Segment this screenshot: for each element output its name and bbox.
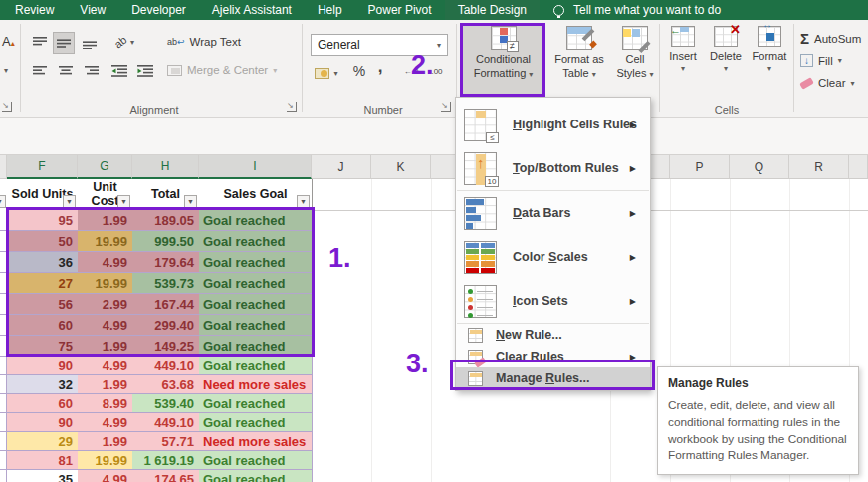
table-cell[interactable]: 60: [7, 394, 79, 413]
column-header-H[interactable]: H: [132, 155, 199, 179]
group-separator: [659, 24, 660, 112]
align-left-button[interactable]: [30, 62, 50, 80]
table-cell[interactable]: 1.99: [78, 375, 133, 394]
table-cell[interactable]: 449.10: [132, 357, 200, 375]
format-as-table-button[interactable]: Format as Table ▾: [547, 24, 611, 95]
align-center-button[interactable]: [56, 62, 76, 80]
table-cell[interactable]: 19.99: [78, 451, 133, 470]
tab-view[interactable]: View: [67, 0, 118, 20]
decrease-indent-button[interactable]: [109, 62, 129, 80]
align-right-button[interactable]: [82, 62, 102, 80]
tab-power-pivot[interactable]: Power Pivot: [355, 0, 445, 20]
table-cell[interactable]: 29: [7, 432, 79, 451]
table-cell[interactable]: 8.99: [78, 394, 133, 413]
table-cell[interactable]: 1 619.19: [132, 451, 200, 470]
excel-window: ReviewViewDeveloperAjelix AssistantHelpP…: [0, 0, 868, 482]
format-cells-button[interactable]: ↔ Format ▾: [749, 26, 790, 96]
menu-item-new-rule[interactable]: New Rule...: [456, 324, 650, 346]
tab-ajelix-assistant[interactable]: Ajelix Assistant: [199, 0, 305, 20]
insert-cells-button[interactable]: ← Insert ▾: [663, 26, 703, 96]
menu-item-color-scales[interactable]: Color Scales▶: [456, 235, 650, 279]
clear-button[interactable]: Clear ▾: [800, 77, 855, 89]
font-size-fragment-icon[interactable]: A▴: [2, 34, 15, 49]
menu-item-highlight-cells-rules[interactable]: ≤Highlight Cells Rules▶: [456, 103, 650, 146]
alignment-dialog-launcher-icon[interactable]: ↘: [287, 102, 297, 112]
column-header-J[interactable]: J: [312, 155, 371, 179]
column-header-F[interactable]: F: [7, 155, 78, 179]
merge-center-label: Merge & Center: [187, 64, 268, 76]
merge-center-button[interactable]: Merge & Center ▾: [167, 64, 277, 76]
table-cell[interactable]: 1.99: [78, 432, 133, 451]
group-separator: [793, 24, 794, 112]
percent-style-button[interactable]: %: [350, 62, 368, 80]
menu-item-icon-sets[interactable]: Icon Sets▶: [456, 279, 650, 323]
table-cell[interactable]: Need more sales: [199, 432, 313, 451]
table-cell[interactable]: 4.99: [78, 413, 133, 432]
table-cell[interactable]: 35: [7, 470, 79, 482]
column-header-K[interactable]: K: [371, 155, 431, 179]
table-header-sold-units[interactable]: Sold Units▼: [7, 179, 79, 210]
icon-part: [470, 330, 482, 334]
table-cell[interactable]: 57.71: [132, 432, 200, 451]
align-top-button[interactable]: [30, 34, 50, 52]
delete-cells-button[interactable]: ✕ Delete ▾: [705, 26, 747, 96]
step2-highlight-box: [460, 23, 545, 97]
increase-indent-button[interactable]: [135, 62, 155, 80]
font-dialog-launcher-icon[interactable]: ↘: [2, 102, 12, 112]
cell-styles-button[interactable]: Cell Styles ▾: [613, 24, 657, 95]
icon-part: [477, 307, 493, 309]
icon-part: [479, 242, 481, 273]
table-cell[interactable]: Goal reached: [199, 470, 313, 482]
fill-down-icon: ↓: [800, 54, 813, 67]
fill-button[interactable]: ↓ Fill ▾: [800, 54, 842, 67]
tab-table-design[interactable]: Table Design: [445, 0, 540, 20]
table-cell[interactable]: 449.10: [132, 413, 200, 432]
align-bottom-button[interactable]: [80, 34, 100, 52]
gridline: [371, 179, 372, 482]
table-header-unit-cost[interactable]: Unit Cost▼: [78, 179, 133, 210]
table-cell[interactable]: 539.40: [132, 394, 200, 413]
table-header-total[interactable]: Total▼: [132, 179, 200, 210]
ribbon-tabs: ReviewViewDeveloperAjelix AssistantHelpP…: [0, 0, 540, 20]
table-header-sales-goal[interactable]: Sales Goal▼: [199, 179, 313, 210]
conditional-formatting-menu: ≤Highlight Cells Rules▶↑10Top/Bottom Rul…: [455, 97, 651, 391]
column-header-R[interactable]: R: [789, 155, 849, 179]
step2-annotation: 2.: [411, 50, 434, 81]
menu-item-data-bars[interactable]: Data Bars▶: [456, 191, 650, 235]
tab-developer[interactable]: Developer: [118, 0, 199, 20]
table-cell[interactable]: Need more sales: [199, 375, 313, 394]
table-cell[interactable]: Goal reached: [199, 357, 313, 375]
tab-help[interactable]: Help: [305, 0, 355, 20]
accounting-format-button[interactable]: ▾: [311, 64, 342, 82]
icon-part: [466, 223, 473, 230]
font-fragment-chevron-icon[interactable]: ▾: [4, 66, 8, 75]
number-dialog-launcher-icon[interactable]: ↘: [441, 102, 451, 112]
table-cell[interactable]: 4.99: [78, 470, 133, 482]
column-header-Q[interactable]: Q: [730, 155, 789, 179]
tell-me-search[interactable]: Tell me what you want to do: [553, 3, 721, 17]
table-cell[interactable]: 63.68: [132, 375, 200, 394]
comma-style-button[interactable]: ,: [374, 58, 386, 76]
column-header-I[interactable]: I: [199, 155, 312, 179]
ribbon: A▴ ▾ ↘ ab▾ ab↩ Wrap Text: [0, 20, 868, 118]
autosum-button[interactable]: Σ AutoSum: [800, 30, 861, 47]
wrap-text-button[interactable]: ab↩ Wrap Text: [167, 36, 241, 48]
menu-item-top-bottom-rules[interactable]: ↑10Top/Bottom Rules▶: [456, 146, 650, 190]
table-cell[interactable]: 90: [7, 357, 79, 375]
submenu-arrow-icon: ▶: [630, 164, 636, 173]
table-cell[interactable]: 81: [7, 451, 79, 470]
column-header-P[interactable]: P: [670, 155, 730, 179]
align-middle-button[interactable]: [53, 32, 75, 54]
table-cell[interactable]: 4.99: [78, 357, 133, 375]
table-cell[interactable]: 90: [7, 413, 79, 432]
table-cell[interactable]: Goal reached: [199, 451, 313, 470]
column-header-G[interactable]: G: [78, 155, 132, 179]
table-cell[interactable]: 174.65: [132, 470, 200, 482]
table-cell[interactable]: Goal reached: [199, 394, 313, 413]
table-cell[interactable]: 32: [7, 375, 79, 394]
row-sliver-cell: [0, 394, 7, 413]
table-cell[interactable]: Goal reached: [199, 413, 313, 432]
orientation-button[interactable]: ab▾: [108, 32, 141, 52]
ten-badge: 10: [485, 176, 499, 187]
tab-review[interactable]: Review: [2, 0, 67, 20]
